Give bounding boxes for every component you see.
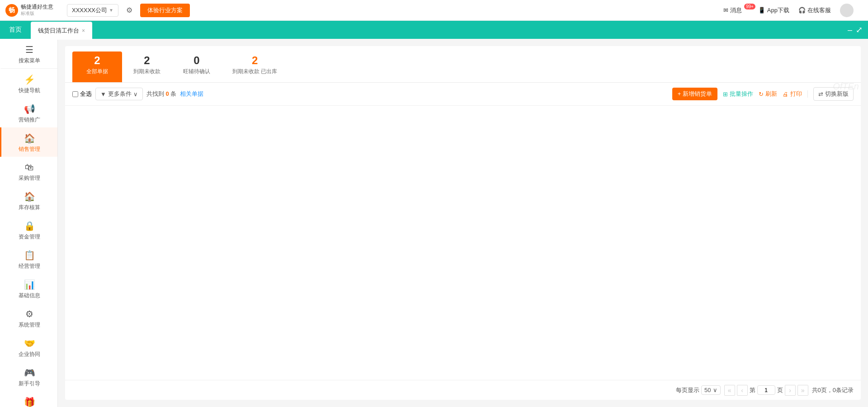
marketing-icon: 📢: [24, 103, 35, 114]
toolbar-left: 全选 ▼ 更多条件 ∨ 共找到 0 条 相关单据: [72, 88, 669, 100]
stats-tab-all[interactable]: 2 全部单据: [72, 51, 122, 82]
tab-bar-right: – ⤢: [848, 25, 868, 35]
toolbar: 全选 ▼ 更多条件 ∨ 共找到 0 条 相关单据 + 新增销货单 ⊞ 批: [65, 83, 861, 106]
app-download-button[interactable]: 📱 App下载: [758, 6, 789, 14]
select-all-label: 全选: [80, 90, 92, 98]
refresh-label: 刷新: [765, 90, 777, 98]
per-page-label: 每页显示: [676, 386, 699, 394]
tab-qianhuo[interactable]: 钱货日清工作台 ×: [31, 22, 92, 40]
enterprise-icon: 🤝: [24, 338, 35, 349]
found-prefix: 共找到: [146, 90, 164, 97]
sidebar-item-system[interactable]: ⚙ 系统管理: [0, 303, 57, 332]
per-page-arrow-icon: ∨: [713, 387, 717, 393]
quick-nav-icon: ⚡: [24, 74, 35, 85]
logo-text-block: 畅捷通好生意 标准版: [21, 4, 53, 17]
logo-line2: 标准版: [21, 10, 53, 17]
finance-icon: 🔒: [24, 220, 35, 231]
filter-button[interactable]: ▼ 更多条件 ∨: [95, 88, 143, 100]
stats-tab-overdue-shipped[interactable]: 2 到期未收款 已出库: [222, 51, 288, 82]
sidebar-item-search[interactable]: ☰ 搜索菜单: [0, 39, 57, 69]
stats-pending-num: 0: [193, 55, 199, 66]
filter-label: 更多条件: [108, 90, 132, 98]
appcenter-icon: 🎁: [24, 397, 35, 407]
tab-maximize-icon[interactable]: ⤢: [856, 25, 863, 35]
tab-minimize-icon[interactable]: –: [848, 25, 852, 35]
sidebar-item-appcenter[interactable]: 🎁 应用中心: [0, 391, 57, 407]
stats-pending-label: 旺辅待确认: [183, 68, 210, 75]
operations-icon: 📋: [24, 250, 35, 261]
sidebar: ☰ 搜索菜单 ⚡ 快捷导航 📢 营销推广 🏠 销售管理 🛍 采购管理 🏠 库存核…: [0, 39, 58, 407]
batch-label: 批量操作: [730, 90, 753, 98]
sidebar-item-purchase[interactable]: 🛍 采购管理: [0, 157, 57, 186]
switch-version-button[interactable]: ⇄ 切换新版: [813, 87, 854, 101]
sidebar-search-label: 搜索菜单: [19, 57, 40, 65]
company-selector[interactable]: XXXXXX公司 ▼: [67, 4, 118, 17]
sidebar-marketing-label: 营销推广: [19, 116, 40, 124]
sidebar-item-guide[interactable]: 🎮 新手引导: [0, 362, 57, 391]
message-button[interactable]: ✉ 消息 99+: [723, 6, 749, 14]
found-unit: 条: [170, 90, 176, 97]
message-badge: 99+: [744, 4, 755, 9]
select-all-input[interactable]: [72, 91, 78, 97]
top-header: 畅 畅捷通好生意 标准版 XXXXXX公司 ▼ ⚙ 体验行业方案 ✉ 消息 99…: [0, 0, 868, 21]
print-button[interactable]: 🖨 打印: [783, 90, 802, 98]
stats-overdue-label: 到期未收款: [133, 68, 160, 75]
batch-op-button[interactable]: ⊞ 批量操作: [723, 90, 753, 98]
sidebar-finance-label: 资金管理: [19, 233, 40, 241]
sidebar-system-label: 系统管理: [19, 321, 40, 329]
page-number-input[interactable]: [757, 385, 775, 395]
avatar[interactable]: [840, 4, 854, 17]
stats-os-label: 到期未收款 已出库: [232, 68, 277, 75]
toolbar-divider: [807, 90, 808, 98]
stats-tab-overdue[interactable]: 2 到期未收款: [122, 51, 172, 82]
sidebar-item-quicknav[interactable]: ⚡ 快捷导航: [0, 69, 57, 98]
last-page-button[interactable]: »: [797, 385, 808, 396]
next-page-button[interactable]: ›: [785, 385, 796, 396]
sidebar-enterprise-label: 企业协同: [19, 351, 40, 358]
sidebar-quicknav-label: 快捷导航: [19, 87, 40, 94]
select-all-checkbox[interactable]: 全选: [72, 90, 92, 98]
sidebar-item-operations[interactable]: 📋 经营管理: [0, 244, 57, 274]
sidebar-item-sales[interactable]: 🏠 销售管理: [0, 127, 57, 157]
sales-icon: 🏠: [24, 133, 35, 144]
sidebar-item-enterprise[interactable]: 🤝 企业协同: [0, 332, 57, 362]
online-service-label: 在线客服: [807, 6, 831, 14]
sidebar-item-marketing[interactable]: 📢 营销推广: [0, 98, 57, 127]
total-records-label: 共0页，0条记录: [812, 386, 854, 394]
sidebar-item-inventory[interactable]: 🏠 库存核算: [0, 186, 57, 215]
found-text: 共找到 0 条: [146, 90, 176, 98]
tab-close-icon[interactable]: ×: [82, 28, 85, 34]
system-icon: ⚙: [25, 309, 33, 319]
tab-qianhuo-label: 钱货日清工作台: [38, 27, 79, 35]
filter-icon: ▼: [100, 91, 106, 98]
sidebar-basicinfo-label: 基础信息: [19, 292, 40, 299]
stats-os-num: 2: [252, 55, 258, 66]
headset-icon: 🎧: [798, 7, 806, 14]
settings-button[interactable]: ⚙: [122, 3, 137, 18]
sidebar-item-finance[interactable]: 🔒 资金管理: [0, 215, 57, 244]
sidebar-item-basicinfo[interactable]: 📊 基础信息: [0, 274, 57, 303]
sidebar-sales-label: 销售管理: [19, 145, 40, 153]
stats-tab-pending[interactable]: 0 旺辅待确认: [172, 51, 222, 82]
first-page-button[interactable]: «: [724, 385, 735, 396]
purchase-icon: 🛍: [25, 162, 34, 173]
sidebar-purchase-label: 采购管理: [19, 174, 40, 182]
new-sales-order-button[interactable]: + 新增销货单: [672, 88, 717, 100]
logo-line1: 畅捷通好生意: [21, 4, 53, 11]
page-size-selector: 每页显示 50 ∨: [676, 385, 720, 395]
basicinfo-icon: 📊: [24, 279, 35, 290]
content-card: 2 全部单据 2 到期未收款 0 旺辅待确认 2 到期未收款 已出库 全选: [65, 46, 861, 400]
stats-all-num: 2: [94, 55, 100, 66]
trial-button[interactable]: 体验行业方案: [140, 4, 190, 17]
filter-arrow-icon: ∨: [133, 91, 138, 98]
online-service-button[interactable]: 🎧 在线客服: [798, 6, 831, 14]
company-arrow-icon: ▼: [109, 8, 113, 13]
page-size-box[interactable]: 50 ∨: [701, 385, 720, 395]
prev-page-button[interactable]: ‹: [737, 385, 748, 396]
header-right: ✉ 消息 99+ 📱 App下载 🎧 在线客服: [723, 4, 863, 17]
tab-home[interactable]: 首页: [0, 21, 31, 39]
related-orders-link[interactable]: 相关单据: [180, 90, 203, 98]
stats-tabs: 2 全部单据 2 到期未收款 0 旺辅待确认 2 到期未收款 已出库: [65, 46, 861, 83]
per-page-value: 50: [704, 387, 711, 393]
refresh-button[interactable]: ↻ 刷新: [759, 90, 777, 98]
